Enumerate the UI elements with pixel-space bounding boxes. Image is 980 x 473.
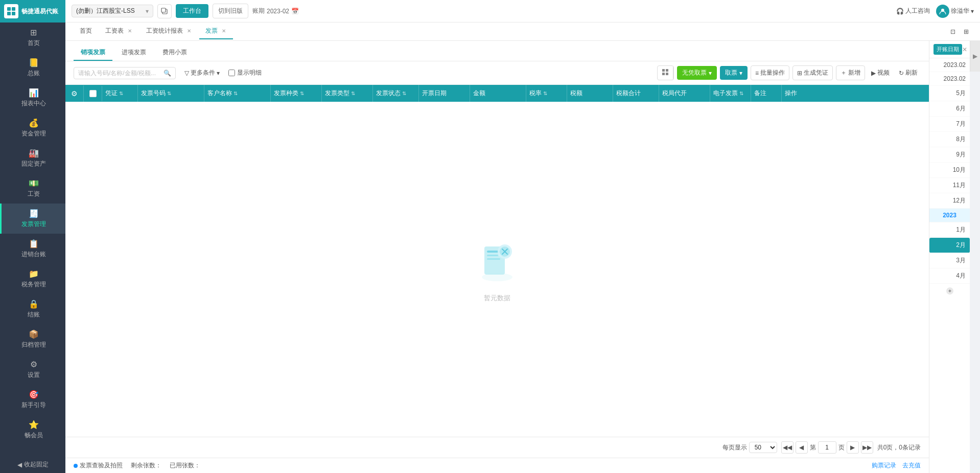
- video-btn[interactable]: ▶ 视频: [868, 66, 893, 80]
- th-note[interactable]: 备注: [751, 85, 782, 102]
- no-voucher-btn[interactable]: 无凭取票 ▾: [677, 66, 717, 80]
- sidebar-label-fixed: 固定资产: [21, 160, 46, 168]
- date-item-feb[interactable]: 2月: [929, 238, 970, 253]
- company-selector[interactable]: (勿删）江西股宝-LSS ▾: [72, 5, 153, 17]
- sidebar-item-settings[interactable]: ⚙ 设置: [0, 354, 65, 385]
- support-btn[interactable]: 🎧 人工咨询: [896, 7, 930, 15]
- tab-invoice-close[interactable]: ✕: [221, 28, 227, 34]
- gen-voucher-label: 生成凭证: [804, 69, 828, 77]
- tax-icon: 📁: [29, 269, 39, 279]
- batch-op-btn[interactable]: ≡ 批量操作: [751, 65, 789, 80]
- recharge-link[interactable]: 去充值: [902, 461, 921, 470]
- th-tax-total[interactable]: 税额合计: [613, 85, 659, 102]
- refresh-icon: ↻: [899, 70, 904, 77]
- tab-window-maximize[interactable]: ⊞: [961, 26, 972, 38]
- date-item-nov[interactable]: 11月: [929, 178, 970, 193]
- tab-home[interactable]: 首页: [74, 24, 98, 39]
- show-detail-wrap[interactable]: 显示明细: [228, 69, 262, 77]
- sub-tab-purchase[interactable]: 进项发票: [114, 45, 153, 61]
- page-size-dropdown[interactable]: 20 50 100: [749, 442, 777, 453]
- page-prev-btn[interactable]: ◀: [796, 441, 808, 454]
- th-customer[interactable]: 客户名称 ⇅: [204, 85, 271, 102]
- main-area: (勿删）江西股宝-LSS ▾ 工作台 切到旧版 账期 2023-02 📅 🎧 人…: [65, 0, 980, 473]
- sidebar-item-home[interactable]: ⊞ 首页: [0, 22, 65, 53]
- date-item-2023-02-a[interactable]: 2023.02: [929, 58, 970, 72]
- buy-record-link[interactable]: 购票记录: [872, 461, 896, 470]
- show-detail-checkbox[interactable]: [228, 70, 235, 76]
- sidebar-item-reports[interactable]: 📊 报表中心: [0, 83, 65, 113]
- sidebar-item-fund[interactable]: 💰 资金管理: [0, 113, 65, 143]
- period-calendar-icon[interactable]: 📅: [291, 8, 299, 15]
- date-item-jul[interactable]: 7月: [929, 117, 970, 132]
- sidebar-item-member[interactable]: ⭐ 畅会员: [0, 415, 65, 445]
- tab-invoice[interactable]: 发票 ✕: [199, 24, 233, 39]
- empty-state: 暂元数据: [65, 102, 929, 437]
- sidebar-item-tax[interactable]: 📁 税务管理: [0, 264, 65, 294]
- date-item-oct[interactable]: 10月: [929, 163, 970, 178]
- workspace-btn[interactable]: 工作台: [176, 4, 208, 18]
- select-all-checkbox[interactable]: [89, 90, 97, 97]
- sidebar-item-fixed-assets[interactable]: 🏭 固定资产: [0, 143, 65, 173]
- th-settings[interactable]: ⚙: [65, 85, 84, 102]
- date-panel-close-btn[interactable]: ✕: [962, 46, 967, 53]
- page-first-btn[interactable]: ◀◀: [781, 441, 794, 454]
- sidebar-item-general-ledger[interactable]: 📒 总账: [0, 53, 65, 83]
- date-item-jan[interactable]: 1月: [929, 222, 970, 238]
- tab-payroll-table[interactable]: 工资表 ✕: [99, 24, 139, 39]
- th-invoice-type[interactable]: 发票种类 ⇅: [271, 85, 322, 102]
- table-container: ⚙ 凭证 ⇅ 发票号码 ⇅ 客户名称 ⇅: [65, 85, 929, 458]
- sidebar-item-invoice[interactable]: 🧾 发票管理: [0, 204, 65, 234]
- page-last-btn[interactable]: ▶▶: [861, 441, 873, 454]
- th-tax-rate[interactable]: 税率 ⇅: [526, 85, 567, 102]
- tab-payroll-stats-close[interactable]: ✕: [186, 28, 192, 34]
- tab-window-restore[interactable]: ⊡: [947, 26, 959, 38]
- sidebar-item-archive[interactable]: 📦 归档管理: [0, 324, 65, 354]
- th-invoice-category[interactable]: 发票类型 ⇅: [322, 85, 373, 102]
- svg-rect-8: [666, 69, 668, 72]
- page-input[interactable]: [818, 441, 836, 454]
- date-item-dec[interactable]: 12月: [929, 193, 970, 209]
- sidebar-item-sales-ledger[interactable]: 📋 进销台账: [0, 234, 65, 264]
- page-next-btn[interactable]: ▶: [847, 441, 859, 454]
- th-check[interactable]: [84, 86, 102, 101]
- th-e-invoice[interactable]: 电子发票 ⇅: [710, 85, 751, 102]
- th-voucher[interactable]: 凭证 ⇅: [102, 85, 138, 102]
- tab-payroll-close[interactable]: ✕: [127, 28, 133, 34]
- sidebar-item-payroll[interactable]: 💵 工资: [0, 173, 65, 204]
- voucher-btn[interactable]: 取票 ▾: [720, 66, 748, 80]
- filter-label: 更多条件: [191, 69, 215, 77]
- date-item-aug[interactable]: 8月: [929, 132, 970, 147]
- date-panel-bottom-btn[interactable]: [929, 284, 970, 298]
- th-date[interactable]: 开票日期: [419, 85, 470, 102]
- sub-tab-expense[interactable]: 费用小票: [155, 45, 194, 61]
- refresh-btn[interactable]: ↻ 刷新: [896, 66, 921, 80]
- tab-payroll-stats[interactable]: 工资统计报表 ✕: [140, 24, 198, 39]
- th-amount[interactable]: 金额: [470, 85, 526, 102]
- filter-btn[interactable]: ▽ 更多条件 ▾: [180, 66, 224, 80]
- sub-tab-sales[interactable]: 销项发票: [74, 45, 112, 61]
- new-btn[interactable]: ＋ 新增: [836, 65, 865, 80]
- th-tax-id[interactable]: 税局代开: [659, 85, 710, 102]
- date-item-mar[interactable]: 3月: [929, 253, 970, 268]
- sidebar-item-guide[interactable]: 🎯 新手引导: [0, 385, 65, 415]
- sidebar-label-fund: 资金管理: [21, 129, 46, 138]
- copy-company-btn[interactable]: [157, 4, 172, 18]
- th-invoice-status[interactable]: 发票状态 ⇅: [373, 85, 419, 102]
- grid-view-btn[interactable]: [657, 65, 674, 80]
- date-label-jun: 6月: [956, 104, 966, 113]
- gen-voucher-btn[interactable]: ⊞ 生成凭证: [792, 65, 833, 80]
- user-avatar[interactable]: 徐溢华 ▾: [936, 5, 974, 18]
- th-tax[interactable]: 税额: [567, 85, 613, 102]
- old-version-btn[interactable]: 切到旧版: [213, 4, 248, 18]
- date-item-2023-02-b[interactable]: 2023.02: [929, 72, 970, 86]
- open-period-btn[interactable]: 开账日期: [934, 44, 962, 55]
- date-item-may[interactable]: 5月: [929, 86, 970, 101]
- date-item-jun[interactable]: 6月: [929, 101, 970, 117]
- sidebar-collapse-btn[interactable]: ◀ 收起固定: [0, 456, 65, 473]
- date-item-apr[interactable]: 4月: [929, 268, 970, 284]
- sidebar-item-close[interactable]: 🔒 结账: [0, 294, 65, 324]
- date-item-sep[interactable]: 9月: [929, 147, 970, 163]
- collapse-date-panel-btn[interactable]: ▶: [970, 41, 980, 72]
- th-invoice-no[interactable]: 发票号码 ⇅: [138, 85, 204, 102]
- search-input[interactable]: [78, 70, 161, 77]
